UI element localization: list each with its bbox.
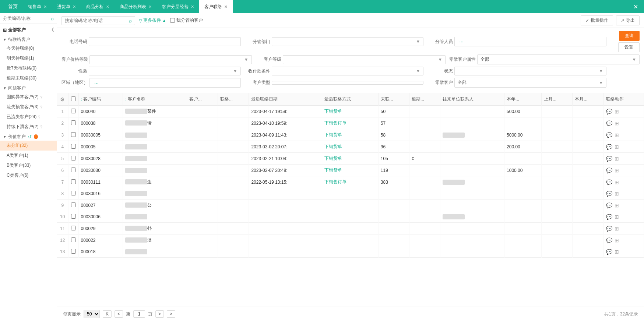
settings-icon[interactable]: ⚙ bbox=[60, 96, 65, 102]
close-tab-product-list[interactable]: ✕ bbox=[148, 4, 152, 9]
sidebar-item-class-c[interactable]: C类客户(6) bbox=[0, 170, 57, 180]
sidebar-item-tomorrow[interactable]: 明天待联络(1) bbox=[0, 53, 57, 63]
sidebar-item-7days[interactable]: 近7天待联络(0) bbox=[0, 63, 57, 73]
row-check-0[interactable] bbox=[68, 106, 78, 117]
page-number-input[interactable] bbox=[133, 310, 145, 318]
select-all-checkbox[interactable] bbox=[71, 96, 76, 101]
row-check-10[interactable] bbox=[68, 223, 78, 234]
comment-icon-11[interactable]: 💬 bbox=[606, 237, 612, 243]
sidebar-item-overdue-contact[interactable]: 逾期未联络(30) bbox=[0, 73, 57, 83]
last-method-link-5[interactable]: 下销货单 bbox=[324, 167, 342, 173]
my-customers-check[interactable] bbox=[170, 18, 175, 23]
region-more-icon[interactable]: ··· bbox=[93, 80, 100, 86]
comment-icon-10[interactable]: 💬 bbox=[606, 226, 612, 232]
prev-page-btn[interactable]: < bbox=[115, 310, 123, 318]
nav-tab-sales[interactable]: 销售单 ✕ bbox=[23, 0, 52, 13]
last-method-link-4[interactable]: 下销货单 bbox=[324, 156, 342, 161]
last-method-link-3[interactable]: 下销货单 bbox=[324, 144, 342, 149]
row-check-11[interactable] bbox=[68, 234, 78, 246]
grid-action-icon-5[interactable]: ⊞ bbox=[615, 167, 619, 173]
dept-select[interactable]: ▼ bbox=[272, 37, 424, 46]
nav-tab-product-list[interactable]: 商品分析列表 ✕ bbox=[115, 0, 157, 13]
row-check-2[interactable] bbox=[68, 129, 78, 141]
grid-action-icon-3[interactable]: ⊞ bbox=[615, 144, 619, 150]
nav-tab-customer-contact[interactable]: 客户联络 ✕ bbox=[199, 0, 233, 13]
sidebar-group-pending[interactable]: ▼ 待联络客户 bbox=[0, 35, 57, 43]
query-button[interactable]: 查询 bbox=[619, 31, 640, 41]
sidebar-item-today[interactable]: 今天待联络(0) bbox=[0, 43, 57, 53]
retail-customer-select[interactable]: 全部 ▼ bbox=[454, 78, 606, 88]
filter-search-box[interactable]: ⌕ bbox=[61, 16, 135, 25]
row-check-6[interactable] bbox=[68, 176, 78, 188]
grid-action-icon-4[interactable]: ⊞ bbox=[615, 156, 619, 162]
row-check-5[interactable] bbox=[68, 165, 78, 176]
row-check-12[interactable] bbox=[68, 246, 78, 258]
close-tab-customer-contact[interactable]: ✕ bbox=[224, 4, 228, 9]
grid-action-icon-9[interactable]: ⊞ bbox=[615, 214, 619, 220]
close-tab-customer-segmentation[interactable]: ✕ bbox=[191, 4, 194, 9]
sidebar-group-problem[interactable]: ▼ 问题客户 bbox=[0, 83, 57, 92]
th-checkbox[interactable] bbox=[68, 93, 78, 106]
comment-icon-1[interactable]: 💬 bbox=[606, 120, 612, 126]
last-method-link-6[interactable]: 下销售订单 bbox=[324, 179, 346, 184]
sidebar-item-class-b[interactable]: B类客户(33) bbox=[0, 160, 57, 170]
grid-action-icon-11[interactable]: ⊞ bbox=[615, 237, 619, 243]
close-tab-purchase[interactable]: ✕ bbox=[73, 4, 76, 9]
person-more-icon[interactable]: ··· bbox=[458, 39, 465, 45]
nav-tab-product-analysis[interactable]: 商品分析 ✕ bbox=[81, 0, 115, 13]
comment-icon-12[interactable]: 💬 bbox=[606, 249, 612, 255]
last-page-btn[interactable]: > bbox=[167, 310, 175, 318]
sidebar-search-box[interactable]: ⌕ bbox=[0, 13, 57, 24]
sidebar-search-icon[interactable]: ⌕ bbox=[51, 15, 54, 21]
nav-tab-customer-segmentation[interactable]: 客户分层经营 ✕ bbox=[157, 0, 199, 13]
comment-icon-3[interactable]: 💬 bbox=[606, 144, 612, 150]
my-customers-checkbox[interactable]: 我分管的客户 bbox=[170, 17, 203, 24]
next-page-btn[interactable]: > bbox=[155, 310, 164, 318]
sidebar-item-churned[interactable]: 已流失客户(24) ? bbox=[0, 112, 57, 122]
grid-action-icon-1[interactable]: ⊞ bbox=[615, 120, 619, 126]
comment-icon-8[interactable]: 💬 bbox=[606, 202, 612, 208]
phone-input[interactable] bbox=[89, 37, 241, 46]
sidebar-search-input[interactable] bbox=[3, 16, 49, 21]
nav-tab-home[interactable]: 首页 bbox=[3, 0, 23, 13]
export-button[interactable]: ↗ 导出 bbox=[616, 15, 640, 25]
sidebar-item-abnormal[interactable]: 囤购异常客户(2) ? bbox=[0, 92, 57, 102]
comment-icon-2[interactable]: 💬 bbox=[606, 132, 612, 138]
sidebar-item-ungroup[interactable]: 未分组(32) bbox=[0, 141, 57, 151]
sidebar-item-declining[interactable]: 持续下滑客户(2) ? bbox=[0, 122, 57, 132]
comment-icon-6[interactable]: 💬 bbox=[606, 179, 612, 185]
grid-action-icon-0[interactable]: ⊞ bbox=[615, 109, 619, 114]
comment-icon-7[interactable]: 💬 bbox=[606, 191, 612, 197]
last-method-link-2[interactable]: 下销货单 bbox=[324, 132, 342, 137]
th-settings[interactable]: ⚙ bbox=[57, 93, 68, 106]
row-check-4[interactable] bbox=[68, 153, 78, 165]
sidebar-group-value[interactable]: ▼ 价值客户 ↺ ! bbox=[0, 132, 57, 141]
comment-icon-5[interactable]: 💬 bbox=[606, 167, 612, 173]
region-select[interactable]: ··· bbox=[89, 78, 241, 88]
row-check-7[interactable] bbox=[68, 188, 78, 200]
sidebar-collapse-btn[interactable]: 《 bbox=[49, 27, 54, 33]
last-method-link-0[interactable]: 下销货单 bbox=[324, 109, 342, 114]
comment-icon-0[interactable]: 💬 bbox=[606, 109, 612, 114]
reset-button[interactable]: 设置 bbox=[618, 42, 640, 52]
customer-level-select[interactable]: ▼ bbox=[283, 55, 446, 64]
per-page-select[interactable]: 50 bbox=[84, 310, 100, 318]
last-method-link-1[interactable]: 下销售订单 bbox=[324, 120, 346, 126]
grid-action-icon-7[interactable]: ⊞ bbox=[615, 191, 619, 197]
comment-icon-9[interactable]: 💬 bbox=[606, 214, 612, 220]
batch-op-button[interactable]: ✓ 批量操作 bbox=[581, 15, 613, 25]
close-tab-product-analysis[interactable]: ✕ bbox=[106, 4, 109, 9]
row-check-1[interactable] bbox=[68, 117, 78, 129]
window-close-btn[interactable]: ✕ bbox=[630, 3, 641, 10]
filter-search-icon[interactable]: ⌕ bbox=[129, 18, 132, 24]
sidebar-item-churn-warning[interactable]: 流失预警客户(3) ? bbox=[0, 102, 57, 112]
nav-tab-purchase[interactable]: 进货单 ✕ bbox=[52, 0, 81, 13]
row-check-9[interactable] bbox=[68, 211, 78, 223]
comment-icon-4[interactable]: 💬 bbox=[606, 156, 612, 162]
grid-action-icon-10[interactable]: ⊞ bbox=[615, 226, 619, 232]
filter-search-input[interactable] bbox=[65, 18, 129, 23]
grid-action-icon-2[interactable]: ⊞ bbox=[615, 132, 619, 138]
retail-attr-select[interactable]: 全部 ▼ bbox=[477, 54, 640, 64]
refresh-icon[interactable]: ↺ bbox=[28, 134, 32, 140]
first-page-btn[interactable]: K bbox=[103, 310, 112, 318]
